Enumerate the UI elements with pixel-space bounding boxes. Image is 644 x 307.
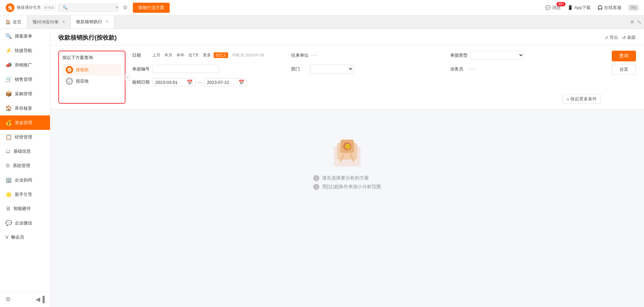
hint-text-2: 用[过滤]条件来缩小分析范围 [322,184,381,190]
filter-collapse-btn[interactable]: « [125,73,130,81]
salesperson-label: 业务员 [450,66,466,72]
top-search-bar[interactable]: 🔍 ▼ [58,4,119,12]
export-label: 导出 [609,35,618,41]
calendar-start-icon[interactable]: 📅 [187,80,193,85]
calendar-end-icon[interactable]: 📅 [238,80,244,85]
wechat-icon: 💬 [5,220,12,226]
basic-info-icon: 🗂 [5,148,11,154]
sidebar-inventory-label: 库存核算 [15,105,32,111]
verify-date-end-input[interactable] [207,80,237,85]
collapse-more-icon: « [567,97,569,102]
doc-no-label: 单据编号 [132,66,150,72]
tab-close-all-icon[interactable]: ✕ [630,19,634,25]
filter-date-field: 日期 上月 本月 本年 近7天 更多 自定义 不限 至 2023-07-26 [132,52,283,59]
system-icon: ⚙ [5,162,10,169]
sidebar-item-marketing[interactable]: 📣 营销推广 [0,58,50,72]
filter-salesperson-field: 业务员 ··· [450,65,601,72]
message-btn[interactable]: 💬 消息 99+ [545,5,561,11]
sidebar-item-sales-mgmt[interactable]: 🛒 销售管理 [0,72,50,87]
filter-scheme-title: 按以下方案查询 [62,55,121,61]
logo-icon: 兔 [5,3,15,12]
sidebar-item-basic-info[interactable]: 🗂 基础信息 [0,144,50,158]
tab-home[interactable]: 🏠 首页 [0,15,27,29]
online-service-label: 在线客服 [604,5,622,11]
sidebar-enterprise-label: 企业协同 [15,177,32,183]
export-btn[interactable]: ↗ 导出 [604,35,618,41]
sidebar-item-search-menu[interactable]: 🔍 搜索菜单 [0,29,50,43]
sidebar-bottom: ⚙ ◀▐ [0,291,50,307]
doc-no-input[interactable] [152,65,219,73]
doc-type-select[interactable] [470,51,524,60]
sidebar-item-wechat[interactable]: 💬 企业微信 [0,216,50,230]
sidebar-item-system-mgmt[interactable]: ⚙ 系统管理 [0,158,50,173]
sidebar-item-vip[interactable]: V 畅会员 [0,230,50,244]
industry-btn[interactable]: 体验行业方案 [133,3,170,13]
message-badge: 99+ [556,2,566,6]
headset-icon: 🎧 [597,5,603,10]
date-custom-tag[interactable]: 自定义 [214,52,228,58]
export-icon: ↗ [604,35,608,40]
sidebar-item-newcomer[interactable]: 🌟 新手引导 [0,187,50,202]
sidebar-item-operation-mgmt[interactable]: 📋 经营管理 [0,130,50,144]
date-no-limit: 不限 至 2023-07-26 [232,53,264,58]
collapse-sidebar-icon[interactable]: ◀▐ [36,296,45,303]
search-input[interactable] [70,5,113,10]
query-actions: 查询 设置 [612,51,636,104]
tab-close-receipt[interactable]: ✕ [106,19,109,24]
verify-date-label: 核销日期 [132,79,150,85]
sidebar-fund-label: 资金管理 [15,120,32,126]
verify-date-start-wrap: 📅 [152,78,196,86]
query-btn[interactable]: 查询 [612,51,636,61]
tab-prepay-conflict[interactable]: 预付冲应付单 ✕ [27,15,71,29]
date-btn-this-year[interactable]: 本年 [175,52,186,59]
newcomer-icon: 🌟 [5,191,12,198]
tab-bar-actions: ✕ ⤡ [630,15,644,29]
date-btn-this-month[interactable]: 本月 [163,52,174,59]
collapse-more-btn[interactable]: « 收起更多条件 [562,94,601,104]
filter-dept-field: 部门 [291,64,442,73]
doc-type-label: 单据类型 [450,52,468,58]
inventory-icon: 🏠 [5,105,12,111]
sidebar-item-enterprise[interactable]: 🏢 企业协同 [0,173,50,187]
user-avatar[interactable]: Rit [628,5,639,11]
date-quick-group: 上月 本月 本年 近7天 更多 自定义 [151,52,228,59]
verify-date-start-input[interactable] [155,80,185,85]
collapse-more-label: 收起更多条件 [571,96,597,102]
filter-panel: 按以下方案查询 按收款 按应收 « [50,45,644,109]
vip-icon: V [5,235,8,240]
user-name: Rit [631,5,636,10]
tab-close-prepay[interactable]: ✕ [62,20,65,24]
sidebar: 🔍 搜索菜单 ⚡ 快捷导航 📣 营销推广 🛒 销售管理 📦 采购管理 🏠 库存核… [0,29,50,307]
settings-btn[interactable]: 设置 [612,64,636,75]
settings-bottom-icon[interactable]: ⚙ [5,296,11,303]
marketing-icon: 📣 [5,62,12,68]
online-service-btn[interactable]: 🎧 在线客服 [597,5,622,11]
refresh-btn[interactable]: ↺ 刷新 [622,35,636,41]
dept-select[interactable] [310,64,354,73]
filter-doc-no-field: 单据编号 [132,65,283,73]
sidebar-search-menu-label: 搜索菜单 [15,33,32,39]
top-bar: 兔 畅捷通好生意 标准版 🔍 ▼ ⚙ 体验行业方案 💬 消息 99+ 📱 App… [0,0,644,15]
app-download-btn[interactable]: 📱 App下载 [568,5,591,11]
sidebar-item-fund-mgmt[interactable]: 💰 资金管理 [0,115,50,130]
chevron-down-icon: ▼ [115,6,119,9]
empty-hint-2: 2 用[过滤]条件来缩小分析范围 [313,184,381,190]
salesperson-ellipsis: ··· [469,65,476,72]
date-btn-more[interactable]: 更多 [202,52,212,59]
date-btn-7days[interactable]: 近7天 [187,52,200,59]
sidebar-item-inventory[interactable]: 🏠 库存核算 [0,101,50,115]
filter-option-by-receivable[interactable]: 按应收 [62,75,121,87]
by-receipt-icon [66,66,73,73]
date-btn-last-month[interactable]: 上月 [151,52,162,59]
sidebar-marketing-label: 营销推广 [15,62,32,68]
filter-row-3: 核销日期 📅 — 📅 [132,78,601,86]
page-header: 收款核销执行(按收款) ↗ 导出 ↺ 刷新 [50,29,644,45]
gear-icon[interactable]: ⚙ [123,4,127,11]
sidebar-item-purchase-mgmt[interactable]: 📦 采购管理 [0,87,50,101]
sidebar-sales-label: 销售管理 [15,76,32,83]
tab-receipt-writeoff[interactable]: 收款核销执行 ✕ [71,15,114,29]
filter-option-by-receipt[interactable]: 按收款 [62,64,121,75]
sidebar-item-smart-hardware[interactable]: 🖥 智能硬件 [0,202,50,216]
sidebar-item-quick-nav[interactable]: ⚡ 快捷导航 [0,43,50,58]
tab-expand-icon[interactable]: ⤡ [637,19,641,25]
